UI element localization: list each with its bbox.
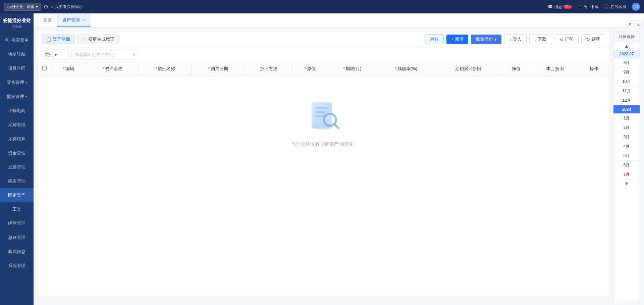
month-item-10[interactable]: 10月 (613, 77, 640, 87)
sidebar-item-label-system: 系统管理 (8, 263, 25, 269)
sidebar: 畅捷通好业财 专业版 🔍 搜索菜单 快捷导航 项目合同 零售管理 ▾ 批发管理 … (0, 13, 34, 305)
sub-tab-change-voucher[interactable]: 📄 变更生成凭证 (77, 35, 119, 44)
month-item-2[interactable]: 2月 (613, 123, 640, 133)
mobile-icon: 📱 (577, 4, 582, 9)
demo-icon: ○ (51, 4, 53, 9)
month-item-7-selected[interactable]: 7月 (613, 170, 640, 180)
empty-text: 当前您还没有固定资产明细哦~ (291, 141, 355, 147)
sidebar-item-nav[interactable]: 快捷导航 (0, 47, 34, 61)
tab-home[interactable]: 首页 (38, 14, 57, 27)
table-header: *编码 *资产名称 *类别名称 *购买日期 折旧方法 *原值 *期限(月) *残… (38, 62, 609, 75)
top-bar-right: 💬 消息 99+ 📱 App下载 🎧 在线客服 用 (548, 3, 640, 11)
sidebar-item-retail[interactable]: 零售管理 ▾ (0, 75, 34, 90)
sidebar-item-label-purchase: 采购管理 (8, 122, 25, 128)
month-prev-button[interactable]: ▲ (613, 42, 640, 50)
dropdown-icon: ▾ (133, 52, 135, 57)
online-service-label: 在线客服 (610, 4, 627, 10)
close-window-button[interactable]: ✕ (626, 20, 634, 28)
download-label: 下载 (538, 36, 546, 42)
maximize-window-button[interactable]: ⊡ (635, 20, 643, 28)
sidebar-item-search[interactable]: 🔍 搜索菜单 (0, 33, 34, 47)
sidebar-item-inventory[interactable]: 库存核算 (0, 132, 34, 146)
top-bar-left: 示例企业 · 账套 ▾ ⚙ ○ 我要看实例演示 (4, 3, 545, 11)
batch-arrow-icon: ▾ (494, 37, 497, 42)
duizhang-button[interactable]: 对账 (425, 34, 444, 44)
chevron-down-icon-2: ▾ (25, 95, 27, 99)
sidebar-item-label-operations: 经营管理 (8, 220, 25, 226)
sidebar-item-salary[interactable]: 工资 (0, 202, 34, 216)
month-item-5[interactable]: 5月 (613, 151, 640, 161)
month-next-button[interactable]: ▼ (613, 180, 640, 188)
tab-close-icon[interactable]: ✕ (82, 18, 85, 22)
app-download-button[interactable]: 📱 App下载 (577, 4, 599, 10)
sidebar-item-system[interactable]: 系统管理 (0, 259, 34, 273)
sidebar-item-ecommerce[interactable]: 小畅电商 (0, 104, 34, 118)
sidebar-item-label-inventory: 库存核算 (8, 136, 25, 142)
sidebar-item-general-ledger[interactable]: 总账管理 (0, 231, 34, 245)
month-item-9[interactable]: 9月 (613, 68, 640, 77)
message-badge: 99+ (564, 5, 572, 9)
demo-link[interactable]: ○ 我要看实例演示 (51, 4, 83, 10)
sidebar-item-label-basic: 基础信息 (8, 249, 25, 255)
sidebar-item-finance[interactable]: 资金管理 (0, 146, 34, 160)
import-button[interactable]: ↑ 导入 (504, 34, 527, 44)
online-service-button[interactable]: 🎧 在线客服 (604, 4, 627, 10)
refresh-label: 刷新 (591, 36, 600, 42)
tab-asset-management[interactable]: 资产管理 ✕ (57, 14, 91, 27)
tab-home-label: 首页 (43, 17, 52, 23)
sub-tab-asset-detail[interactable]: 📋 资产明细 (42, 35, 74, 44)
month-item-6[interactable]: 6月 (613, 161, 640, 170)
month-item-11[interactable]: 11月 (613, 87, 640, 96)
sidebar-item-label-gl: 总账管理 (8, 235, 25, 241)
sidebar-item-fixed-assets[interactable]: 固定资产 (0, 188, 34, 202)
svg-rect-2 (315, 111, 325, 113)
sidebar-item-tax[interactable]: 税务管理 (0, 174, 34, 188)
sidebar-item-operations[interactable]: 经营管理 (0, 216, 34, 231)
month-item-1[interactable]: 1月 (613, 114, 640, 123)
brand-title: 畅捷通好业财 (3, 17, 31, 23)
add-button[interactable]: + 新增 (446, 35, 468, 44)
th-period: *期限(月) (327, 62, 377, 75)
sidebar-item-purchase[interactable]: 采购管理 (0, 118, 34, 132)
empty-state: 当前您还没有固定资产明细哦~ (38, 75, 609, 167)
month-item-8[interactable]: 8月 (613, 58, 640, 68)
month-item-3[interactable]: 3月 (613, 133, 640, 142)
sidebar-item-label-nav: 快捷导航 (8, 51, 25, 57)
sidebar-item-invoice[interactable]: 发票管理 (0, 160, 34, 174)
category-filter[interactable]: 类别 ▾ (42, 50, 68, 59)
sidebar-item-wholesale[interactable]: 批发管理 ▾ (0, 90, 34, 104)
company-selector[interactable]: 示例企业 · 账套 ▾ (4, 3, 41, 11)
window-controls: ✕ ⊡ (625, 19, 644, 30)
th-residual-rate: *残值率(%) (377, 62, 435, 75)
select-all-checkbox[interactable] (42, 66, 47, 70)
filter-row: 类别 ▾ 请选择固定资产类别 ▾ (38, 47, 609, 62)
sub-tab-asset-label: 资产明细 (53, 36, 70, 42)
category-input[interactable]: 请选择固定资产类别 ▾ (71, 50, 138, 59)
sidebar-item-basic-info[interactable]: 基础信息 (0, 245, 34, 259)
toolbar-actions: 对账 + 新增 批量操作 ▾ ↑ 导入 ↓ 下载 (425, 34, 605, 44)
month-picker-header: 月份选择 (613, 32, 640, 42)
settings-button[interactable]: ⚙ (44, 4, 48, 10)
th-category: *类别名称 (139, 62, 192, 75)
download-button[interactable]: ↓ 下载 (529, 34, 552, 44)
month-item-year-2023[interactable]: 2023 (613, 105, 640, 114)
bottom-scrollbar[interactable] (38, 296, 609, 301)
user-avatar[interactable]: 用 (632, 3, 640, 11)
month-item-4[interactable]: 4月 (613, 142, 640, 151)
refresh-button[interactable]: ↻ 刷新 (581, 34, 605, 44)
headset-icon: 🎧 (604, 4, 609, 9)
asset-table-wrap: *编码 *资产名称 *类别名称 *购买日期 折旧方法 *原值 *期限(月) *残… (38, 62, 609, 296)
message-icon: 💬 (548, 4, 553, 9)
avatar-text: 用 (634, 4, 638, 9)
th-checkbox (38, 62, 51, 75)
brand-area: 畅捷通好业财 专业版 (0, 13, 34, 33)
month-item-12[interactable]: 12月 (613, 96, 640, 105)
message-button[interactable]: 💬 消息 99+ (548, 4, 572, 10)
current-year-item[interactable]: 2022.07 (613, 50, 640, 58)
sidebar-item-label-tax: 税务管理 (8, 178, 25, 184)
sidebar-item-project[interactable]: 项目合同 (0, 61, 34, 75)
print-button[interactable]: 🖨 打印 (554, 34, 579, 44)
top-bar: 示例企业 · 账套 ▾ ⚙ ○ 我要看实例演示 💬 消息 99+ 📱 App下载… (0, 0, 644, 13)
batch-button[interactable]: 批量操作 ▾ (471, 35, 501, 44)
gear-icon: ⚙ (44, 4, 48, 10)
